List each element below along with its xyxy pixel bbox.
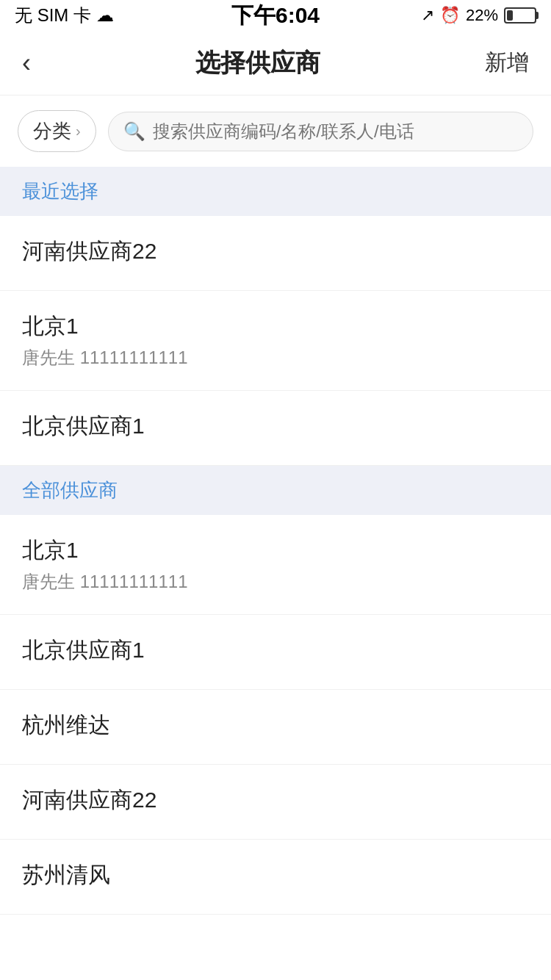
list-item[interactable]: 北京供应商1 [0,615,551,690]
sim-status: 无 SIM 卡 ☁ [15,4,114,27]
chevron-right-icon: › [76,123,81,140]
page-title: 选择供应商 [195,46,320,80]
item-name: 河南供应商22 [22,237,529,267]
list-item[interactable]: 河南供应商22 [0,765,551,840]
back-button[interactable]: ‹ [22,48,31,79]
list-item[interactable]: 北京供应商1 [0,391,551,466]
item-name: 河南供应商22 [22,785,529,815]
search-icon: 🔍 [123,121,145,142]
filter-row: 分类 › 🔍 [0,96,551,167]
add-button[interactable]: 新增 [485,48,529,78]
search-input[interactable] [153,121,518,142]
status-right: ↗ ⏰ 22% [421,6,536,25]
battery-icon [504,7,536,24]
list-item[interactable]: 北京1唐先生 11111111111 [0,291,551,391]
item-name: 北京供应商1 [22,411,529,442]
item-name: 苏州清风 [22,860,529,890]
all-section-header: 全部供应商 [0,466,551,515]
search-box[interactable]: 🔍 [108,112,533,151]
category-button[interactable]: 分类 › [18,110,96,152]
status-bar: 无 SIM 卡 ☁ 下午6:04 ↗ ⏰ 22% [0,0,551,31]
list-item[interactable]: 杭州维达 [0,690,551,765]
recent-section-label: 最近选择 [22,180,98,202]
item-sub: 唐先生 11111111111 [22,346,529,370]
location-icon: ↗ [421,6,434,25]
recent-items-list: 河南供应商22北京1唐先生 11111111111北京供应商1 [0,216,551,466]
all-items-list: 北京1唐先生 11111111111北京供应商1杭州维达河南供应商22苏州清风 [0,515,551,915]
item-name: 北京1 [22,311,529,342]
item-name: 北京1 [22,536,529,566]
item-name: 北京供应商1 [22,635,529,666]
status-left: 无 SIM 卡 ☁ [15,4,114,27]
list-item[interactable]: 苏州清风 [0,840,551,915]
alarm-icon: ⏰ [440,6,460,25]
item-name: 杭州维达 [22,710,529,741]
recent-section-header: 最近选择 [0,167,551,216]
item-sub: 唐先生 11111111111 [22,570,529,594]
list-item[interactable]: 北京1唐先生 11111111111 [0,515,551,615]
status-time: 下午6:04 [231,1,320,31]
nav-bar: ‹ 选择供应商 新增 [0,31,551,96]
list-item[interactable]: 河南供应商22 [0,216,551,291]
category-label: 分类 [33,118,71,144]
all-section-label: 全部供应商 [22,479,118,501]
battery-percent: 22% [466,6,498,25]
